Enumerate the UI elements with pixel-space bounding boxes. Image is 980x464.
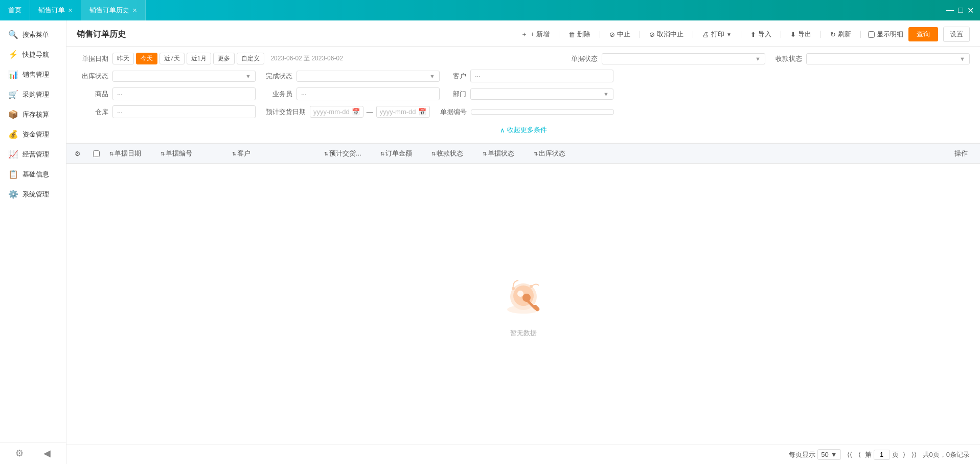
sidebar-item-system[interactable]: ⚙️ 系统管理 — [0, 184, 66, 204]
export-button[interactable]: ⬇ 导出 — [788, 29, 813, 40]
tab-sales-order[interactable]: 销售订单 ✕ — [30, 0, 81, 20]
sidebar-item-inventory[interactable]: 📦 库存核算 — [0, 104, 66, 124]
receiptstatus-select[interactable]: ▼ — [806, 53, 970, 64]
import-button[interactable]: ⬆ 导入 — [748, 29, 773, 40]
sidebar-item-inventory-label: 库存核算 — [22, 110, 49, 119]
date-btn-7days[interactable]: 近7天 — [159, 53, 185, 64]
product-input[interactable]: ··· — [112, 87, 256, 100]
docstatus-arrow-icon: ▼ — [755, 56, 761, 62]
collapse-filter-button[interactable]: ∧ 收起更多条件 — [77, 123, 970, 137]
sidebar-item-operations[interactable]: 📈 经营管理 — [0, 144, 66, 164]
page-prev-button[interactable]: ⟨ — [856, 450, 863, 459]
sidebar-item-search[interactable]: 🔍 搜索菜单 — [0, 25, 66, 45]
th-checkbox[interactable] — [87, 150, 105, 157]
delivery-date-start[interactable]: yyyy-mm-dd 📅 — [310, 106, 363, 118]
collapse-sidebar-icon[interactable]: ◀ — [43, 448, 51, 459]
sidebar-item-purchase[interactable]: 🛒 采购管理 — [0, 84, 66, 104]
import-icon: ⬆ — [750, 31, 756, 38]
window-controls: — □ ✕ — [946, 6, 980, 15]
total-info: 共0页，0条记录 — [923, 450, 970, 459]
date-btn-more[interactable]: 更多 — [213, 53, 235, 64]
warehouse-input[interactable]: ··· — [112, 105, 256, 118]
settings-button[interactable]: 设置 — [943, 27, 970, 42]
divider-3 — [640, 31, 640, 38]
maximize-icon[interactable]: □ — [958, 6, 963, 15]
per-page-box[interactable]: 50 ▼ — [817, 449, 840, 460]
th-docstatus[interactable]: ⇅ 单据状态 — [478, 149, 530, 158]
per-page-value: 50 — [821, 451, 828, 458]
th-receipt[interactable]: ⇅ 收款状态 — [427, 149, 478, 158]
display-detail-check[interactable]: 显示明细 — [868, 30, 903, 39]
date-btn-yesterday[interactable]: 昨天 — [112, 53, 134, 64]
stop-button[interactable]: ⊘ 中止 — [607, 29, 632, 40]
dept-select[interactable]: ▼ — [470, 89, 613, 100]
tab-sales-order-history[interactable]: 销售订单历史 ✕ — [81, 0, 146, 20]
date-btn-1month[interactable]: 近1月 — [187, 53, 212, 64]
th-amount-label: 订单金额 — [385, 149, 412, 158]
sidebar-item-system-label: 系统管理 — [22, 190, 49, 199]
tab-sales-order-history-close[interactable]: ✕ — [132, 7, 137, 14]
th-amount[interactable]: ⇅ 订单金额 — [376, 149, 427, 158]
tab-home[interactable]: 首页 — [0, 0, 30, 20]
dept-arrow-icon: ▼ — [603, 91, 609, 97]
search-menu-icon: 🔍 — [8, 30, 18, 39]
select-all-checkbox[interactable] — [93, 150, 100, 157]
th-docdate-sort-icon: ⇅ — [109, 151, 113, 157]
inventory-icon: 📦 — [8, 109, 18, 119]
sidebar-item-sales[interactable]: 📊 销售管理 — [0, 64, 66, 84]
sidebar-item-quicknav[interactable]: ⚡ 快捷导航 — [0, 45, 66, 64]
display-detail-checkbox[interactable] — [868, 31, 875, 38]
salesperson-input[interactable]: ··· — [297, 87, 440, 100]
page-number-input[interactable] — [874, 450, 890, 460]
basic-info-icon: 📋 — [8, 169, 18, 179]
minimize-icon[interactable]: — — [946, 6, 954, 15]
completestatus-select[interactable]: ▼ — [297, 71, 440, 82]
collapse-up-icon: ∧ — [500, 126, 505, 134]
sidebar-item-finance[interactable]: 💰 资金管理 — [0, 124, 66, 144]
settings-bottom-icon[interactable]: ⚙ — [15, 448, 24, 459]
th-settings[interactable]: ⚙ — [69, 150, 87, 158]
gear-icon: ⚙ — [75, 150, 81, 158]
delete-button[interactable]: 🗑 删除 — [566, 29, 592, 40]
print-button[interactable]: 🖨 打印 ▼ — [700, 29, 734, 40]
th-delivery[interactable]: ⇅ 预计交货... — [320, 149, 376, 158]
sidebar-item-basic-info[interactable]: 📋 基础信息 — [0, 164, 66, 184]
divider-8 — [860, 31, 861, 38]
docno-input[interactable] — [471, 109, 614, 115]
page-next-button[interactable]: ⟩ — [901, 450, 907, 459]
query-button[interactable]: 查询 — [908, 27, 938, 41]
delivery-date-end[interactable]: yyyy-mm-dd 📅 — [376, 106, 430, 118]
table-header: ⚙ ⇅ 单据日期 ⇅ 单据编号 ⇅ 客户 ⇅ — [66, 143, 980, 164]
product-dots: ··· — [117, 90, 123, 98]
tab-sales-order-close[interactable]: ✕ — [68, 7, 73, 14]
th-customer-label: 客户 — [237, 149, 250, 158]
page-unit: 页 — [892, 450, 899, 459]
th-outstatus[interactable]: ⇅ 出库状态 — [530, 149, 581, 158]
empty-text: 暂无数据 — [510, 328, 537, 338]
date-btn-today[interactable]: 今天 — [136, 53, 157, 64]
divider-2 — [600, 31, 600, 38]
th-docno[interactable]: ⇅ 单据编号 — [156, 149, 228, 158]
display-detail-label: 显示明细 — [877, 30, 903, 39]
th-docstatus-label: 单据状态 — [488, 149, 514, 158]
sidebar-item-search-label: 搜索菜单 — [22, 30, 49, 39]
page-title-bar: 销售订单历史 ＋ + 新增 🗑 删除 ⊘ 中止 ⊘ — [66, 20, 980, 47]
customer-input[interactable]: ··· — [470, 70, 613, 82]
close-window-icon[interactable]: ✕ — [967, 6, 974, 15]
page-first-button[interactable]: ⟨⟨ — [845, 450, 854, 459]
tab-sales-order-history-label: 销售订单历史 — [89, 6, 129, 15]
refresh-button[interactable]: ↻ 刷新 — [828, 29, 853, 40]
empty-state: 暂无数据 — [66, 164, 980, 445]
date-btn-custom[interactable]: 自定义 — [237, 53, 264, 64]
th-receipt-label: 收款状态 — [437, 149, 463, 158]
docstatus-select[interactable]: ▼ — [602, 53, 765, 64]
th-customer[interactable]: ⇅ 客户 — [228, 149, 320, 158]
cancel-stop-button[interactable]: ⊘ 取消中止 — [647, 29, 686, 40]
receiptstatus-label: 收款状态 — [776, 54, 806, 63]
th-docdate[interactable]: ⇅ 单据日期 — [105, 149, 156, 158]
th-outstatus-sort-icon: ⇅ — [534, 151, 538, 157]
system-icon: ⚙️ — [8, 189, 18, 199]
page-last-button[interactable]: ⟩⟩ — [909, 450, 919, 459]
outstatus-select[interactable]: ▼ — [112, 71, 256, 82]
add-button[interactable]: ＋ + 新增 — [519, 29, 552, 40]
